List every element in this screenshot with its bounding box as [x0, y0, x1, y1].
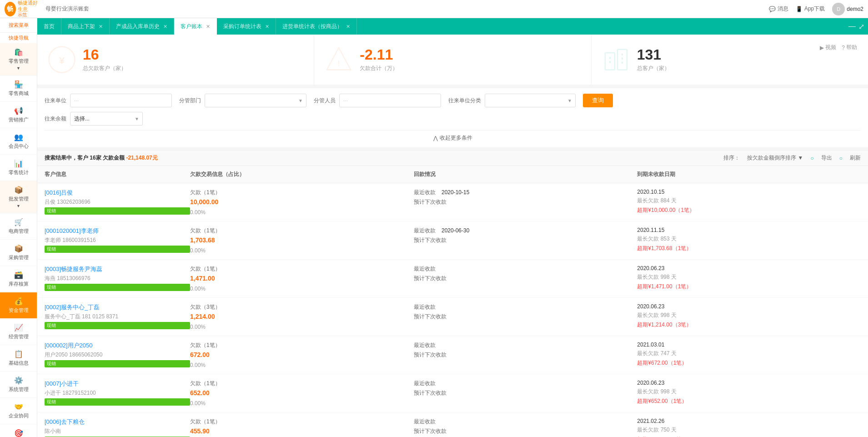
- unit-category-wrap: ▼: [485, 94, 576, 107]
- sidebar-item-guide[interactable]: 🎯 新手引导: [0, 424, 37, 437]
- tab-home[interactable]: 首页: [37, 18, 61, 35]
- recovery-info-6: 最近收款 预计下次收款: [414, 418, 637, 435]
- filter-area: 往来单位 ··· 分管部门 ▼: [37, 88, 868, 147]
- app-download-btn[interactable]: 📱 App下载: [796, 5, 825, 13]
- overdue-link-5[interactable]: 超期¥652.00（1笔）: [637, 397, 861, 405]
- sidebar-item-system[interactable]: ⚙️ 系统管理: [0, 372, 37, 398]
- sort-select[interactable]: 按欠款金额倒序排序 ▼: [747, 154, 803, 162]
- debt-amount-4[interactable]: 672.00: [190, 351, 414, 358]
- sidebar-item-finance[interactable]: 💰 资金管理: [0, 292, 37, 319]
- tab-customer-account[interactable]: 客户账本 ✕: [174, 18, 217, 35]
- sidebar-item-retail-stats[interactable]: 📊 零售统计: [0, 155, 37, 181]
- debt-amount-3[interactable]: 1,214.00: [190, 313, 414, 320]
- overdue-link-3[interactable]: 超期¥1,214.00（3笔）: [637, 321, 861, 329]
- card3-value: 131: [637, 47, 670, 62]
- sidebar-item-operations[interactable]: 📈 经营管理: [0, 319, 37, 345]
- sidebar-item-enterprise[interactable]: 🤝 企业协同: [0, 398, 37, 424]
- tab-close-purchase[interactable]: ✕: [265, 24, 269, 30]
- customer-name-5[interactable]: [0007]小进干: [45, 380, 190, 388]
- customer-name-4[interactable]: [000002]用户2050: [45, 342, 190, 350]
- customer-phone-0: 吕俊 13026203696: [45, 198, 190, 206]
- debt-amount-0[interactable]: 10,000.00: [190, 198, 414, 206]
- store-selector[interactable]: 母婴行业演示账套: [45, 5, 89, 13]
- next-label-1: 预计下次收款: [414, 236, 637, 244]
- ecommerce-icon: 🛒: [14, 218, 23, 226]
- unit-category-select[interactable]: [485, 94, 576, 107]
- overdue-date-0: 2020.10.15: [637, 189, 861, 195]
- tab-maximize-icon[interactable]: ⤢: [858, 22, 864, 31]
- svg-text:!: !: [338, 59, 340, 67]
- customer-info-1: [0001020001]李老师 李老师 18600391516 现销: [45, 227, 190, 253]
- overdue-info-1: 2020.11.15 最长欠款 853 天 超期¥1,703.68（1笔）: [637, 227, 861, 252]
- tab-close-import[interactable]: ✕: [346, 24, 350, 30]
- filter-collapse-btn[interactable]: ⋀ 收起更多条件: [45, 130, 861, 142]
- overdue-link-1[interactable]: 超期¥1,703.68（1笔）: [637, 245, 861, 252]
- tab-import-stats[interactable]: 进货单统计表（按商品） ✕: [276, 18, 357, 35]
- debt-amount-6[interactable]: 455.90: [190, 427, 414, 435]
- tab-close-production[interactable]: ✕: [163, 24, 167, 30]
- debt-info-4: 欠款（1笔） 672.00 0.00%: [190, 342, 414, 368]
- help-btn[interactable]: ? 帮助: [842, 44, 857, 51]
- tab-production-history[interactable]: 产成品入库单历史 ✕: [110, 18, 174, 35]
- refresh-button[interactable]: 刷新: [850, 154, 861, 162]
- from-unit-input[interactable]: ···: [70, 94, 172, 107]
- sidebar-item-purchase[interactable]: 📦 采购管理: [0, 240, 37, 266]
- col-overdue-date: 到期未收款日期: [637, 171, 861, 178]
- dept-select[interactable]: [205, 94, 306, 107]
- sidebar-item-inventory[interactable]: 🗃️ 库存核算: [0, 266, 37, 292]
- sidebar-item-ecommerce[interactable]: 🛒 电商管理: [0, 213, 37, 240]
- sidebar-item-retail-mgmt[interactable]: 🛍️ 零售管理 ▼: [0, 43, 37, 75]
- customer-tag-0: 现销: [45, 207, 190, 215]
- sidebar-search[interactable]: 搜索菜单: [0, 18, 37, 33]
- export-button[interactable]: 导出: [821, 154, 832, 162]
- tab-products-off[interactable]: 商品上下架 ✕: [61, 18, 110, 35]
- col-customer-info: 客户信息: [45, 171, 190, 178]
- video-btn[interactable]: ▶ 视频: [820, 44, 836, 51]
- balance-select[interactable]: 选择...: [70, 112, 143, 126]
- sidebar-quick-nav[interactable]: 快捷导航: [0, 33, 37, 43]
- recovery-label-3: 最近收款: [414, 303, 637, 311]
- overdue-info-4: 2021.03.01 最长欠款 747 天 超期¥672.00（1笔）: [637, 342, 861, 367]
- customer-tag-4: 现销: [45, 360, 190, 367]
- tab-minimize-icon[interactable]: —: [848, 22, 856, 30]
- person-input[interactable]: ···: [339, 94, 441, 107]
- sidebar-item-retail-mall[interactable]: 🏪 零售商城: [0, 75, 37, 102]
- debt-count-2: 欠款（1笔）: [190, 265, 414, 273]
- user-profile[interactable]: D demo2: [832, 3, 863, 15]
- customer-tag-2: 现销: [45, 284, 190, 291]
- avatar: D: [832, 3, 845, 15]
- sort-label: 排序：: [723, 154, 740, 162]
- debt-amount-1[interactable]: 1,703.68: [190, 236, 414, 244]
- query-button[interactable]: 查询: [583, 94, 613, 107]
- customer-name-1[interactable]: [0001020001]李老师: [45, 227, 190, 235]
- svg-rect-6: [609, 57, 611, 59]
- debt-amount-2[interactable]: 1,471.00: [190, 275, 414, 282]
- customer-name-3[interactable]: [0002]服务中心_丁磊: [45, 303, 190, 311]
- person-label: 分管人员: [314, 97, 336, 105]
- customer-name-0[interactable]: [0016]吕俊: [45, 189, 190, 197]
- sidebar-item-members[interactable]: 👥 会员中心: [0, 128, 37, 155]
- card2-info: -2.11 欠款合计（万）: [360, 47, 398, 72]
- tab-purchase-stats[interactable]: 采购订单统计表 ✕: [217, 18, 276, 35]
- sidebar-item-basics[interactable]: 📋 基础信息: [0, 345, 37, 372]
- tab-close-products-off[interactable]: ✕: [99, 24, 103, 30]
- data-table: 客户信息 欠款交易信息（占比） 回款情况 到期未收款日期 [0016]吕俊 吕俊…: [37, 166, 868, 437]
- overdue-link-2[interactable]: 超期¥1,471.00（1笔）: [637, 283, 861, 291]
- retail-mall-icon: 🏪: [14, 80, 23, 89]
- overdue-link-0[interactable]: 超期¥10,000.00（1笔）: [637, 206, 861, 214]
- debt-info-6: 欠款（1笔） 455.90 0.00%: [190, 418, 414, 437]
- sidebar-item-marketing[interactable]: 📢 营销推广: [0, 102, 37, 128]
- message-btn[interactable]: 💬 消息: [769, 5, 788, 13]
- card2-value: -2.11: [360, 47, 398, 62]
- sidebar-item-batch-mgmt[interactable]: 📦 批发管理 ▼: [0, 181, 37, 213]
- customer-name-2[interactable]: [0003]畅捷服务尹海蕊: [45, 265, 190, 273]
- tab-close-customer[interactable]: ✕: [206, 24, 210, 30]
- enterprise-icon: 🤝: [14, 402, 23, 411]
- overdue-link-4[interactable]: 超期¥672.00（1笔）: [637, 359, 861, 367]
- collapse-up-icon: ⋀: [433, 135, 438, 141]
- sidebar: 搜索菜单 快捷导航 🛍️ 零售管理 ▼ 🏪 零售商城 📢 营销推广 👥 会员中心…: [0, 18, 37, 437]
- customer-name-6[interactable]: [0006]去下粮仓: [45, 418, 190, 426]
- customer-phone-5: 小进干 18279152100: [45, 389, 190, 397]
- debt-amount-5[interactable]: 652.00: [190, 389, 414, 397]
- recovery-label-5: 最近收款: [414, 380, 637, 387]
